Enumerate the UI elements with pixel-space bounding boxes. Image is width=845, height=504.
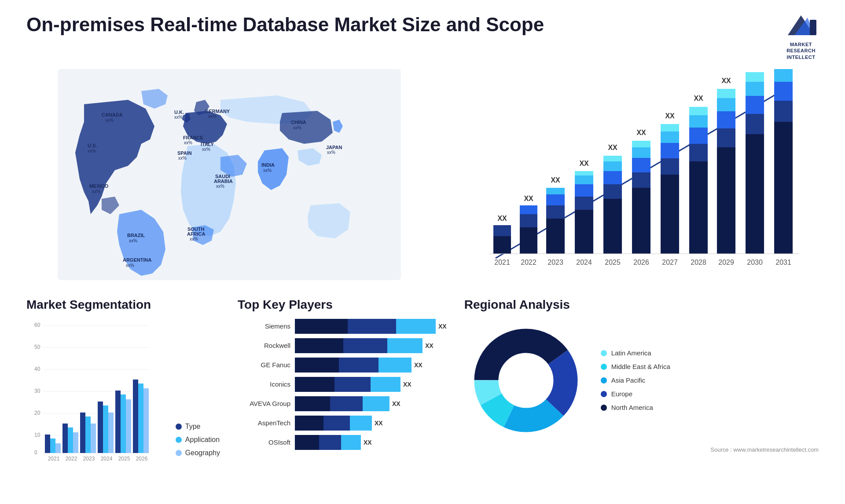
svg-rect-126 xyxy=(62,424,68,453)
svg-text:xx%: xx% xyxy=(216,184,224,189)
legend-dot-application xyxy=(176,437,182,443)
player-name-siemens: Siemens xyxy=(238,322,290,330)
seg-chart-inner-svg: 60 50 40 30 20 10 0 xyxy=(26,319,150,468)
svg-text:XX: XX xyxy=(636,129,646,136)
svg-text:JAPAN: JAPAN xyxy=(326,145,342,150)
svg-text:AFRICA: AFRICA xyxy=(187,231,206,237)
player-label-aveva: XX xyxy=(392,400,400,407)
svg-text:xx%: xx% xyxy=(184,140,192,145)
svg-rect-68 xyxy=(661,175,679,254)
key-players-container: Top Key Players Siemens XX xyxy=(229,298,456,482)
top-section: CANADA xx% U.S. xx% MEXICO xx% BRAZIL xx… xyxy=(26,69,819,280)
dot-middle-east-africa xyxy=(601,364,607,370)
svg-text:MEXICO: MEXICO xyxy=(89,183,109,189)
svg-text:2027: 2027 xyxy=(662,259,678,266)
svg-rect-80 xyxy=(717,147,735,254)
svg-text:FRANCE: FRANCE xyxy=(183,135,203,140)
dot-asia-pacific xyxy=(601,377,607,383)
svg-text:XX: XX xyxy=(579,160,589,167)
svg-text:30: 30 xyxy=(34,388,40,394)
svg-rect-54 xyxy=(575,171,593,175)
svg-rect-41 xyxy=(520,227,537,254)
svg-rect-57 xyxy=(603,184,622,199)
svg-text:2022: 2022 xyxy=(66,456,77,462)
regional-title: Regional Analysis xyxy=(464,298,819,312)
player-bar-container-osisoft: XX xyxy=(295,435,447,450)
svg-rect-42 xyxy=(520,214,537,227)
dot-north-america xyxy=(601,405,607,411)
svg-rect-66 xyxy=(632,141,650,147)
svg-rect-124 xyxy=(50,438,55,453)
player-label-siemens: XX xyxy=(438,323,447,330)
svg-text:xx%: xx% xyxy=(263,168,272,173)
donut-chart-wrapper xyxy=(464,319,588,442)
player-name-osisoft: OSIsoft xyxy=(238,438,290,446)
svg-rect-47 xyxy=(546,194,565,205)
svg-rect-123 xyxy=(45,435,50,453)
player-row-gefanuc: GE Fanuc XX xyxy=(238,358,447,373)
svg-text:XX: XX xyxy=(551,176,560,184)
svg-rect-48 xyxy=(546,188,565,194)
svg-rect-63 xyxy=(632,172,650,188)
svg-rect-135 xyxy=(115,391,121,453)
svg-rect-130 xyxy=(85,416,91,453)
seg-legend: Type Application Geography xyxy=(176,423,220,470)
logo-icon xyxy=(783,13,819,40)
player-bar-aspentech xyxy=(295,416,372,431)
logo-text: MARKET RESEARCH INTELLECT xyxy=(786,41,816,60)
svg-text:xx%: xx% xyxy=(88,149,96,153)
source-text: Source : www.marketresearchintellect.com xyxy=(464,446,819,453)
svg-text:2025: 2025 xyxy=(118,456,130,462)
svg-text:XX: XX xyxy=(665,112,675,120)
player-name-rockwell: Rockwell xyxy=(238,342,290,349)
svg-rect-129 xyxy=(80,413,85,453)
svg-text:xx%: xx% xyxy=(92,189,100,194)
player-bar-container-rockwell: XX xyxy=(295,338,447,353)
svg-text:ARGENTINA: ARGENTINA xyxy=(123,257,151,263)
bottom-section: Market Segmentation 60 50 40 30 20 10 0 xyxy=(26,298,819,482)
player-name-aveva: AVEVA Group xyxy=(238,400,290,407)
svg-text:xx%: xx% xyxy=(202,147,210,152)
legend-north-america: North America xyxy=(601,404,670,411)
svg-text:XX: XX xyxy=(524,195,533,202)
svg-rect-133 xyxy=(103,405,108,453)
label-asia-pacific: Asia Pacific xyxy=(611,376,646,384)
legend-europe: Europe xyxy=(601,390,670,398)
svg-text:2030: 2030 xyxy=(747,259,763,266)
label-latin-america: Latin America xyxy=(611,349,651,357)
svg-rect-127 xyxy=(68,427,73,453)
svg-text:CHINA: CHINA xyxy=(291,120,306,125)
svg-rect-38 xyxy=(493,236,511,254)
svg-rect-76 xyxy=(689,128,708,144)
svg-text:2021: 2021 xyxy=(48,456,60,462)
player-bar-container-aveva: XX xyxy=(295,396,447,411)
map-container: CANADA xx% U.S. xx% MEXICO xx% BRAZIL xx… xyxy=(26,69,432,280)
svg-text:XX: XX xyxy=(721,77,731,84)
player-name-aspentech: AspenTech xyxy=(238,419,290,427)
svg-text:xx%: xx% xyxy=(190,237,198,241)
svg-rect-137 xyxy=(126,399,131,453)
svg-text:SPAIN: SPAIN xyxy=(177,150,192,156)
donut-chart-svg xyxy=(464,319,588,442)
svg-rect-59 xyxy=(603,161,622,171)
svg-rect-92 xyxy=(774,122,793,254)
svg-rect-58 xyxy=(603,171,622,184)
player-bars-list: Siemens XX Rockwell xyxy=(238,319,447,450)
svg-rect-84 xyxy=(717,89,735,98)
player-row-aspentech: AspenTech XX xyxy=(238,416,447,431)
svg-rect-46 xyxy=(546,205,565,219)
svg-text:BRAZIL: BRAZIL xyxy=(127,233,145,238)
regional-container: Regional Analysis xyxy=(464,298,819,482)
svg-text:2025: 2025 xyxy=(605,259,621,266)
svg-rect-81 xyxy=(717,128,735,147)
seg-chart-wrapper: 60 50 40 30 20 10 0 xyxy=(26,319,220,470)
svg-rect-77 xyxy=(689,115,708,128)
player-label-rockwell: XX xyxy=(425,342,434,349)
svg-rect-72 xyxy=(661,124,679,131)
player-bar-container-iconics: XX xyxy=(295,377,447,392)
player-bar-gefanuc xyxy=(295,358,411,373)
svg-rect-140 xyxy=(143,388,149,453)
svg-rect-139 xyxy=(138,383,143,453)
svg-text:ARABIA: ARABIA xyxy=(214,179,233,184)
svg-rect-69 xyxy=(661,158,679,175)
